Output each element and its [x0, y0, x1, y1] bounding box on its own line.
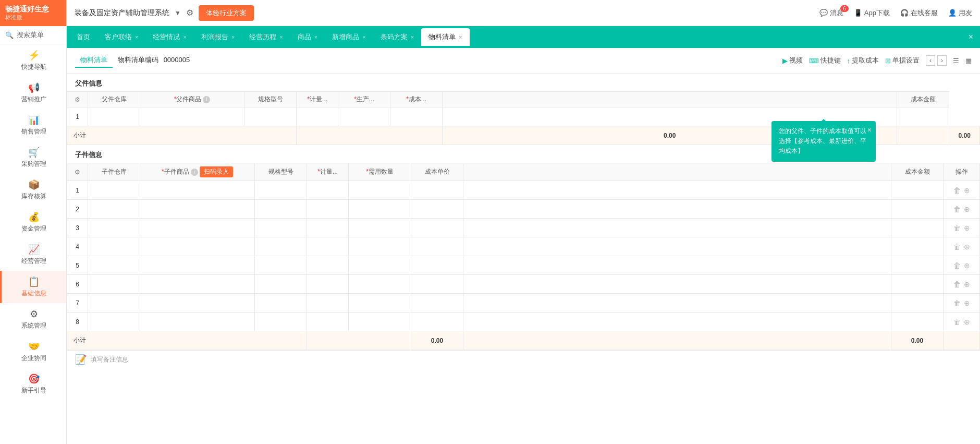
child-row6-qty[interactable] — [349, 275, 411, 294]
child-row7-qty[interactable] — [349, 294, 411, 313]
child-row1-spec[interactable] — [255, 181, 307, 200]
tab-customer[interactable]: 客户联络 × — [97, 28, 145, 46]
parent-product-info-icon[interactable]: i — [203, 96, 210, 103]
copy-icon[interactable]: ⊕ — [964, 224, 970, 232]
child-row4-qty[interactable] — [349, 237, 411, 256]
child-row6-warehouse[interactable] — [88, 275, 140, 294]
sidebar-item-sales[interactable]: 📊 销售管理 — [0, 109, 66, 141]
child-row4-spec[interactable] — [255, 237, 307, 256]
child-row7-product[interactable] — [140, 294, 255, 313]
tab-barcode[interactable]: 条码方案 × — [373, 28, 421, 46]
action-hotkey[interactable]: ⌨ 快捷键 — [809, 56, 841, 65]
child-row6-unit[interactable] — [307, 275, 349, 294]
tab-business[interactable]: 经营情况 × — [145, 28, 193, 46]
child-row8-product[interactable] — [140, 313, 255, 331]
parent-row1-unit[interactable] — [297, 107, 338, 126]
copy-icon[interactable]: ⊕ — [964, 299, 970, 307]
list-view-icon[interactable]: ▦ — [965, 57, 972, 65]
child-row8-unit[interactable] — [307, 313, 349, 331]
note-icon[interactable]: 📝 — [75, 354, 87, 365]
child-row4-warehouse[interactable] — [88, 237, 140, 256]
sidebar-item-purchase[interactable]: 🛒 采购管理 — [0, 141, 66, 174]
tab-profit[interactable]: 利润报告 × — [194, 28, 242, 46]
tab-profit-close[interactable]: × — [231, 34, 235, 40]
nav-prev-btn[interactable]: ‹ — [926, 55, 935, 66]
delete-icon[interactable]: 🗑 — [953, 243, 961, 251]
child-row8-qty[interactable] — [349, 313, 411, 331]
child-row5-unit-cost[interactable] — [411, 256, 463, 275]
sidebar-item-quicknav[interactable]: ⚡ 快捷导航 — [0, 44, 66, 77]
tab-barcode-close[interactable]: × — [411, 34, 414, 40]
action-video[interactable]: ▶ 视频 — [782, 56, 803, 65]
child-gear-icon[interactable]: ⚙ — [75, 169, 80, 176]
tab-business-close[interactable]: × — [183, 34, 186, 40]
sidebar-item-collab[interactable]: 🤝 企业协同 — [0, 335, 66, 368]
child-row3-qty[interactable] — [349, 219, 411, 237]
sidebar-item-marketing[interactable]: 📢 营销推广 — [0, 77, 66, 109]
message-item[interactable]: 💬 消息 6 — [819, 8, 843, 18]
app-download-item[interactable]: 📱 App下载 — [854, 8, 890, 18]
child-row5-warehouse[interactable] — [88, 256, 140, 275]
tab-goods[interactable]: 商品 × — [290, 28, 325, 46]
sidebar-item-inventory[interactable]: 📦 库存核算 — [0, 174, 66, 206]
child-row2-warehouse[interactable] — [88, 200, 140, 219]
child-row8-warehouse[interactable] — [88, 313, 140, 331]
child-row3-warehouse[interactable] — [88, 219, 140, 237]
tab-home[interactable]: 首页 — [69, 28, 97, 46]
child-row7-unit-cost[interactable] — [411, 294, 463, 313]
copy-icon[interactable]: ⊕ — [964, 205, 970, 213]
copy-icon[interactable]: ⊕ — [964, 318, 970, 326]
delete-icon[interactable]: 🗑 — [953, 280, 961, 289]
tab-history-close[interactable]: × — [279, 34, 283, 40]
child-product-info-icon[interactable]: i — [191, 169, 198, 176]
copy-icon[interactable]: ⊕ — [964, 243, 970, 251]
tab-customer-close[interactable]: × — [135, 34, 138, 40]
child-row7-warehouse[interactable] — [88, 294, 140, 313]
child-row5-unit[interactable] — [307, 256, 349, 275]
child-row6-unit-cost[interactable] — [411, 275, 463, 294]
parent-gear-icon[interactable]: ⚙ — [75, 96, 80, 103]
sidebar-search[interactable]: 🔍 搜索菜单 — [0, 26, 66, 44]
child-row4-unit-cost[interactable] — [411, 237, 463, 256]
sidebar-item-system[interactable]: ⚙ 系统管理 — [0, 303, 66, 335]
parent-row1-cost[interactable] — [390, 107, 443, 126]
child-row1-warehouse[interactable] — [88, 181, 140, 200]
child-row5-product[interactable] — [140, 256, 255, 275]
nav-close-all-btn[interactable]: × — [964, 32, 977, 42]
settings-icon[interactable]: ⚙ — [186, 8, 193, 18]
child-row7-unit[interactable] — [307, 294, 349, 313]
tab-new-goods-close[interactable]: × — [362, 34, 365, 40]
child-row2-spec[interactable] — [255, 200, 307, 219]
copy-icon[interactable]: ⊕ — [964, 261, 970, 270]
child-row1-unit[interactable] — [307, 181, 349, 200]
child-row7-spec[interactable] — [255, 294, 307, 313]
delete-icon[interactable]: 🗑 — [953, 299, 961, 307]
tab-history[interactable]: 经营历程 × — [242, 28, 290, 46]
delete-icon[interactable]: 🗑 — [953, 261, 961, 270]
tab-bom[interactable]: 物料清单 × — [421, 28, 469, 46]
tab-bom-close[interactable]: × — [459, 34, 462, 40]
sidebar-item-basicinfo[interactable]: 📋 基础信息 — [0, 271, 66, 303]
tab-new-goods[interactable]: 新增商品 × — [325, 28, 373, 46]
child-row4-product[interactable] — [140, 237, 255, 256]
child-row6-product[interactable] — [140, 275, 255, 294]
child-row4-unit[interactable] — [307, 237, 349, 256]
child-row2-product[interactable] — [140, 200, 255, 219]
parent-row1-product[interactable] — [140, 107, 244, 126]
delete-icon[interactable]: 🗑 — [953, 224, 961, 232]
scan-btn[interactable]: 扫码录入 — [200, 166, 233, 177]
child-row1-product[interactable] — [140, 181, 255, 200]
child-row8-unit-cost[interactable] — [411, 313, 463, 331]
system-dropdown-arrow[interactable]: ▼ — [175, 9, 181, 17]
action-extract-cost[interactable]: ↑ 提取成本 — [847, 56, 879, 65]
child-row8-spec[interactable] — [255, 313, 307, 331]
sidebar-item-guide[interactable]: 🎯 新手引导 — [0, 368, 66, 400]
child-row3-spec[interactable] — [255, 219, 307, 237]
tab-goods-close[interactable]: × — [314, 34, 317, 40]
online-service-item[interactable]: 🎧 在线客服 — [900, 8, 938, 18]
child-row2-qty[interactable] — [349, 200, 411, 219]
delete-icon[interactable]: 🗑 — [953, 186, 961, 195]
action-doc-settings[interactable]: ⊞ 单据设置 — [885, 56, 920, 65]
sub-tab-bom-code[interactable]: 物料清单编码 0000005 — [113, 53, 195, 68]
parent-row1-spec[interactable] — [244, 107, 297, 126]
